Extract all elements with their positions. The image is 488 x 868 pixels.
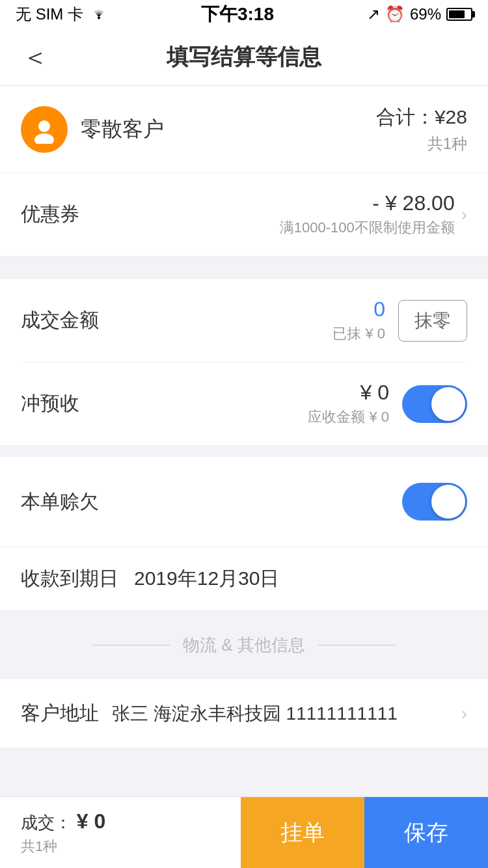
prepay-toggle-knob [431,387,465,421]
deferred-toggle-knob [431,485,465,519]
address-row: 客户地址 张三 海淀永丰科技园 11111111111 › [21,700,467,727]
battery-icon [446,8,472,21]
customer-info: 零散客户 [21,106,164,153]
save-button[interactable]: 保存 [364,797,488,869]
deal-amount-label: 成交金额 [21,307,99,334]
customer-section: 零散客户 合计：¥28 共1种 优惠券 - ¥ 28.00 满1000-100不… [0,86,488,256]
coupon-right: - ¥ 28.00 满1000-100不限制使用金额 › [280,191,467,237]
coupon-chevron-icon: › [461,204,467,225]
hang-button[interactable]: 挂单 [241,797,364,869]
deferred-section: 本单赊欠 [0,457,488,547]
deal-section: 成交金额 0 已抹 ¥ 0 抹零 冲预收 ¥ 0 应收金额 ¥ 0 [0,279,488,445]
customer-avatar [21,106,68,153]
battery-percent: 69% [410,5,441,23]
nav-bar: ＜ 填写结算等信息 [0,29,488,86]
status-bar: 无 SIM 卡 下午3:18 ↗ ⏰ 69% [0,0,488,29]
address-label: 客户地址 [21,700,99,727]
duedate-value: 2019年12月30日 [134,565,279,592]
status-bar-right: ↗ ⏰ 69% [367,5,472,23]
bottom-info: 成交： ¥ 0 共1种 [0,809,241,856]
alarm-icon: ⏰ [385,5,405,23]
deferred-toggle[interactable] [402,483,467,521]
address-value: 张三 海淀永丰科技园 11111111111 [112,701,461,726]
coupon-label: 优惠券 [21,201,79,228]
logistics-divider: 物流 & 其他信息 [0,622,488,668]
svg-point-2 [34,133,54,144]
status-bar-time: 下午3:18 [201,2,274,27]
svg-point-0 [98,17,100,20]
round-zero-button[interactable]: 抹零 [398,300,467,342]
prepay-toggle[interactable] [402,385,467,423]
deal-amount-value: 0 [332,297,385,321]
duedate-row: 收款到期日 2019年12月30日 [21,565,467,592]
customer-total-info: 合计：¥28 共1种 [376,104,467,154]
prepay-row: 冲预收 ¥ 0 应收金额 ¥ 0 [21,362,467,445]
logistics-label: 物流 & 其他信息 [92,634,396,657]
bottom-deal-row: 成交： ¥ 0 [21,809,220,834]
separator-1 [0,267,488,279]
bottom-bar: 成交： ¥ 0 共1种 挂单 保存 [0,796,488,868]
status-bar-left: 无 SIM 卡 [16,4,108,25]
customer-count: 共1种 [376,133,467,154]
deal-amount-col: 0 已抹 ¥ 0 [332,297,385,344]
coupon-amount: - ¥ 28.00 [280,191,455,215]
prepay-label: 冲预收 [21,390,79,417]
customer-total: 合计：¥28 [376,104,467,131]
wifi-icon [90,5,108,23]
page-title: 填写结算等信息 [167,42,321,72]
bottom-deal-value: ¥ 0 [77,809,105,833]
customer-row: 零散客户 合计：¥28 共1种 [0,86,488,172]
deal-amount-sub: 已抹 ¥ 0 [332,324,385,344]
deal-amount-right: 0 已抹 ¥ 0 抹零 [332,297,467,344]
deferred-row: 本单赊欠 [21,457,467,547]
separator-2 [0,445,488,457]
deferred-label: 本单赊欠 [21,489,99,515]
sim-status: 无 SIM 卡 [16,4,83,25]
location-icon: ↗ [367,5,380,23]
separator-4 [0,668,488,679]
bottom-deal-label: 成交： [21,813,72,832]
deal-amount-row: 成交金额 0 已抹 ¥ 0 抹零 [21,279,467,362]
address-chevron-icon: › [461,703,467,724]
svg-point-1 [38,120,50,132]
prepay-sub: 应收金额 ¥ 0 [308,407,389,427]
bottom-count: 共1种 [21,837,220,856]
duedate-section: 收款到期日 2019年12月30日 [0,547,488,610]
duedate-label: 收款到期日 [21,565,118,592]
address-section[interactable]: 客户地址 张三 海淀永丰科技园 11111111111 › [0,679,488,748]
coupon-info: - ¥ 28.00 满1000-100不限制使用金额 [280,191,455,237]
back-button[interactable]: ＜ [16,33,55,81]
prepay-right: ¥ 0 应收金额 ¥ 0 [308,381,467,427]
coupon-row[interactable]: 优惠券 - ¥ 28.00 满1000-100不限制使用金额 › [0,172,488,256]
prepay-value: ¥ 0 [308,381,389,405]
coupon-desc: 满1000-100不限制使用金额 [280,218,455,237]
separator-3 [0,610,488,622]
prepay-value-col: ¥ 0 应收金额 ¥ 0 [308,381,389,427]
customer-name: 零散客户 [81,115,164,144]
